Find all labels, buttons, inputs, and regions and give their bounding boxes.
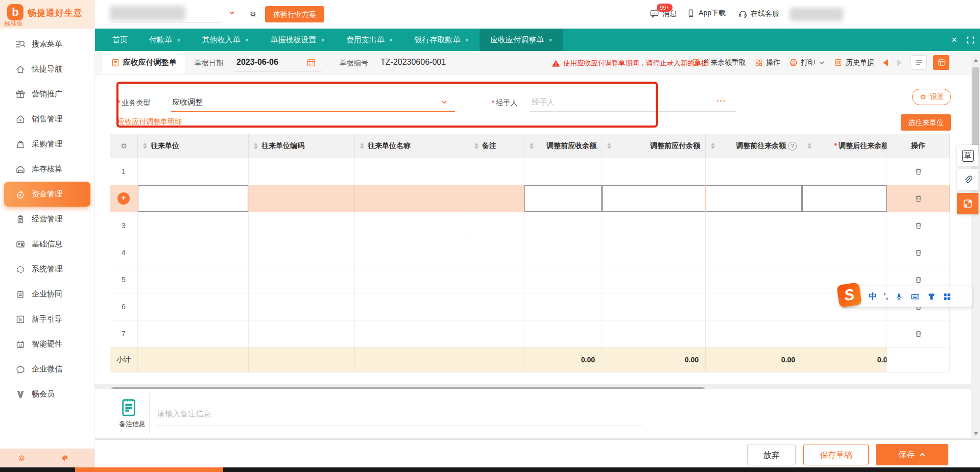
data-cell[interactable] [802,239,887,266]
data-cell[interactable] [249,266,355,293]
select-partner-button[interactable]: 选往来单位 [901,114,951,131]
data-cell[interactable] [355,320,469,347]
column-header-4[interactable]: 调整前应收余额 [524,134,602,158]
tab-close-icon[interactable]: × [465,36,469,44]
skin-shirt-icon[interactable] [927,292,936,301]
data-cell[interactable] [355,158,469,185]
data-cell[interactable] [602,158,706,185]
data-cell[interactable] [524,212,602,239]
attachment-button[interactable] [957,169,978,190]
list-view-toggle[interactable] [911,55,927,70]
column-header-0[interactable]: 往来单位 [138,134,249,158]
tab-close-icon[interactable]: × [389,36,393,44]
messages-button[interactable]: 消息 99+ [650,9,677,18]
data-cell[interactable] [249,212,355,239]
data-cell[interactable] [706,239,802,266]
form-view-toggle[interactable] [933,55,949,70]
username-redacted[interactable] [790,8,843,21]
sidebar-item-10[interactable]: 企业协同 [0,282,94,307]
topbar-gear-icon[interactable] [249,9,257,19]
data-cell[interactable] [355,293,469,320]
data-cell[interactable] [249,158,355,185]
data-cell[interactable] [138,293,249,320]
sort-arrows-icon[interactable] [530,143,534,149]
handler-input[interactable]: 经手人 [532,97,555,107]
document-subtab[interactable]: 应收应付调整单 [102,51,185,74]
history-button[interactable]: 历史单据 [834,58,874,67]
scroll-down-icon[interactable] [973,432,978,435]
data-cell[interactable] [802,320,887,347]
tab-close-icon[interactable]: × [548,36,553,44]
sidebar-item-9[interactable]: 系统管理 [0,257,94,282]
data-cell[interactable] [249,239,355,266]
sidebar-settings-icon[interactable] [17,453,26,463]
delete-row-icon[interactable] [914,167,923,176]
column-settings-gear-icon[interactable] [119,141,128,151]
scroll-up-icon[interactable] [973,59,978,62]
toolbox-grid-icon[interactable] [943,292,951,301]
tab-close-icon[interactable]: × [245,36,249,44]
print-button[interactable]: 打印 [789,58,825,67]
ime-punctuation[interactable]: ’, [883,292,888,301]
data-cell[interactable] [602,185,706,212]
data-cell[interactable] [524,293,602,320]
data-cell[interactable] [802,158,887,185]
tab-0[interactable]: 首页 [102,29,138,51]
sidebar-item-0[interactable]: 搜索菜单 [0,32,94,57]
column-header-8[interactable]: 操作 [887,134,950,158]
sidebar-collapse-icon[interactable] [58,454,67,462]
data-cell[interactable] [602,320,706,347]
data-cell[interactable] [138,158,249,185]
tab-4[interactable]: 费用支出单× [336,29,404,51]
data-cell[interactable] [249,320,355,347]
data-cell[interactable] [802,212,887,239]
column-header-7[interactable]: *调整后往来余额 [802,134,887,158]
date-value[interactable]: 2023-06-06 [236,58,278,67]
data-cell[interactable] [355,212,469,239]
discard-button[interactable]: 放弃 [747,444,796,465]
tab-close-icon[interactable]: × [321,36,325,44]
sidebar-item-14[interactable]: V畅会员 [0,382,94,407]
save-draft-button[interactable]: 保存草稿 [803,444,869,465]
data-cell[interactable] [469,293,524,320]
delete-row-icon[interactable] [914,276,923,284]
data-cell[interactable] [138,320,249,347]
biz-type-chevron-down-icon[interactable] [441,98,448,106]
remark-input[interactable]: 请输入备注信息 [157,409,211,419]
column-header-6[interactable]: 调整前往来余额? [706,134,802,158]
tab-2[interactable]: 其他收入单× [192,29,260,51]
data-cell[interactable] [706,185,802,212]
add-row-button[interactable]: + [117,192,130,205]
sort-arrows-icon[interactable] [474,143,479,149]
data-cell[interactable] [706,293,802,320]
draft-note-button[interactable]: 草 [957,145,978,166]
data-cell[interactable] [249,185,355,212]
save-button[interactable]: 保存 [876,444,948,465]
prev-doc-icon[interactable] [883,59,888,66]
sidebar-item-13[interactable]: 企业微信 [0,357,94,382]
sidebar-item-8[interactable]: 基础信息 [0,232,94,257]
company-name-redacted[interactable] [110,6,185,20]
next-doc-icon[interactable] [897,59,902,66]
close-all-icon[interactable]: × [951,34,957,45]
data-cell[interactable] [802,185,887,212]
data-cell[interactable] [602,239,706,266]
data-cell[interactable] [469,212,524,239]
fullscreen-icon[interactable] [966,36,975,44]
sidebar-item-7[interactable]: 经营管理 [0,207,94,232]
scrollbar-thumb[interactable] [972,67,979,154]
data-cell[interactable] [524,158,602,185]
keyboard-icon[interactable] [910,292,920,301]
data-cell[interactable] [138,239,249,266]
column-header-5[interactable]: 调整前应付余额 [602,134,706,158]
handler-more-button[interactable]: ... [716,94,726,104]
data-cell[interactable] [469,239,524,266]
sort-arrows-icon[interactable] [807,143,811,149]
data-cell[interactable] [524,185,602,212]
biz-type-value[interactable]: 应收调整 [172,97,203,107]
data-cell[interactable] [469,320,524,347]
data-cell[interactable] [524,239,602,266]
sort-arrows-icon[interactable] [360,143,364,149]
calendar-icon[interactable] [306,58,316,67]
column-header-3[interactable]: 备注 [469,134,524,158]
